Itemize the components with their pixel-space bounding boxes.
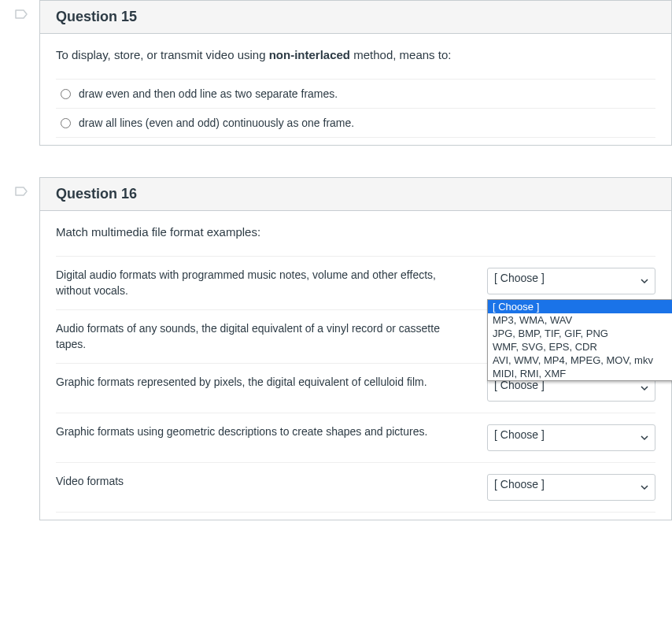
stem-text: To display, store, or transmit video usi… [56,48,269,61]
dropdown-option[interactable]: MIDI, RMI, XMF [488,367,672,380]
match-row: Video formats [ Choose ] [56,462,655,512]
match-prompt: Video formats [56,474,471,490]
match-select-wrap: [ Choose ] [ Choose ] MP3, WMA, WAV JPG,… [487,268,655,294]
question-title: Question 15 [40,1,671,34]
divider [56,512,655,516]
match-select[interactable]: [ Choose ] [487,424,655,451]
question-16: Question 16 Match multimedia file format… [39,177,672,520]
question-stem: Match multimedia file format examples: [56,225,655,239]
match-prompt: Digital audio formats with programmed mu… [56,268,471,298]
answer-text: draw all lines (even and odd) continuous… [79,117,354,129]
radio-input[interactable] [61,89,71,99]
match-select-wrap: [ Choose ] [487,424,655,451]
match-prompt: Audio formats of any sounds, the digital… [56,321,471,352]
answer-option[interactable]: draw even and then odd line as two separ… [56,79,655,108]
divider [56,137,655,142]
match-prompt: Graphic formats using geometric descript… [56,424,471,440]
question-title: Question 16 [40,178,671,211]
match-select[interactable]: [ Choose ] [487,474,655,501]
question-body: Match multimedia file format examples: D… [40,211,671,520]
answer-option[interactable]: draw all lines (even and odd) continuous… [56,108,655,137]
radio-input[interactable] [61,118,71,128]
stem-bold: non-interlaced [269,48,350,61]
match-prompt: Graphic formats represented by pixels, t… [56,375,471,391]
match-row: Digital audio formats with programmed mu… [56,256,655,309]
question-15: Question 15 To display, store, or transm… [39,0,672,146]
dropdown-option[interactable]: MP3, WMA, WAV [488,313,672,327]
dropdown-option[interactable]: [ Choose ] [488,300,672,313]
match-select[interactable]: [ Choose ] [487,268,655,294]
question-body: To display, store, or transmit video usi… [40,34,671,145]
match-row: Graphic formats using geometric descript… [56,413,655,462]
match-select-wrap: [ Choose ] [487,474,655,501]
dropdown-option[interactable]: JPG, BMP, TIF, GIF, PNG [488,327,672,340]
flag-icon[interactable] [13,9,29,24]
stem-text: method, means to: [350,48,451,61]
dropdown-option[interactable]: WMF, SVG, EPS, CDR [488,340,672,354]
dropdown-option[interactable]: AVI, WMV, MP4, MPEG, MOV, mkv [488,354,672,367]
dropdown-menu: [ Choose ] MP3, WMA, WAV JPG, BMP, TIF, … [487,299,672,381]
answer-text: draw even and then odd line as two separ… [79,87,338,100]
flag-icon[interactable] [13,186,29,202]
question-stem: To display, store, or transmit video usi… [56,48,655,61]
